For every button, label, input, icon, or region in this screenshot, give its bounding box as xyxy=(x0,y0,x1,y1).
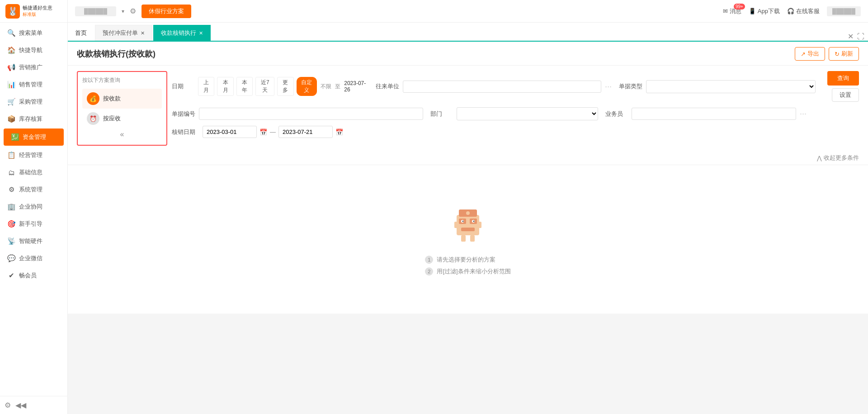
page-header: 收款核销执行(按收款) ↗ 导出 ↻ 刷新 xyxy=(68,42,868,66)
by-receivable-label: 按应收 xyxy=(103,114,121,123)
writeoff-end-cal-icon[interactable]: 📅 xyxy=(335,128,343,136)
dept-label: 部门 xyxy=(430,110,453,118)
tip-num-1: 1 xyxy=(425,256,433,264)
empty-tips: 1 请先选择要分析的方案 2 用[过滤]条件来缩小分析范围 xyxy=(425,254,510,277)
top-header: ██████ ▾ ⚙ 休假行业方案 ✉ 消息 99+ 📱 App下载 🎧 在线客… xyxy=(68,0,868,23)
collapse-more-icon: ⋀ xyxy=(817,155,822,162)
dept-select[interactable] xyxy=(457,107,598,120)
header-gear-icon[interactable]: ⚙ xyxy=(130,7,136,15)
sidebar: 🐰 畅捷通好生意 标准版 🔍搜索菜单🏠快捷导航📢营销推广📊销售管理🛒采购管理📦库… xyxy=(0,0,68,414)
tab-receipt-writeoff-close-icon[interactable]: ✕ xyxy=(199,30,203,36)
filter-form: 日期 上月 本月 本年 近7天 更多 自定义 不限 至 2023-07-26 xyxy=(172,71,859,146)
main-area: ██████ ▾ ⚙ 休假行业方案 ✉ 消息 99+ 📱 App下载 🎧 在线客… xyxy=(68,0,868,414)
empty-tip-2: 用[过滤]条件来缩小分析范围 xyxy=(437,266,510,277)
date-no-limit: 不限 xyxy=(321,83,331,90)
svg-point-9 xyxy=(466,211,470,215)
sidebar-item-basic-info[interactable]: 🗂基础信息 xyxy=(0,164,67,181)
partner-more-icon[interactable]: ··· xyxy=(605,82,612,91)
sidebar-item-finance[interactable]: 💹资金管理 xyxy=(4,128,64,146)
tab-expand-icon[interactable]: ⛶ xyxy=(857,33,864,41)
collapse-icon[interactable]: ◀◀ xyxy=(15,401,26,409)
sidebar-item-marketing[interactable]: 📢营销推广 xyxy=(0,59,67,76)
app-download-link[interactable]: 📱 App下载 xyxy=(749,7,780,15)
tab-home[interactable]: 首页 xyxy=(68,25,94,41)
tab-prepay-close-icon[interactable]: ✕ xyxy=(141,30,145,36)
date-this-year[interactable]: 本年 xyxy=(236,77,253,96)
smart-hw-label: 智能硬件 xyxy=(19,237,42,245)
search-menu-icon: 🔍 xyxy=(7,29,15,37)
company-chevron-icon[interactable]: ▾ xyxy=(122,8,124,14)
svg-rect-5 xyxy=(478,222,481,228)
staff-input[interactable] xyxy=(632,108,796,120)
sidebar-item-enterprise[interactable]: 🏢企业协同 xyxy=(0,198,67,215)
sidebar-item-quick-nav[interactable]: 🏠快捷导航 xyxy=(0,42,67,59)
svg-rect-0 xyxy=(457,215,479,235)
sidebar-bottom: ⚙ ◀◀ xyxy=(0,396,67,414)
filter-option-by-receivable[interactable]: ⏰ 按应收 xyxy=(82,109,162,128)
filter-sidebar-collapse-icon[interactable]: « xyxy=(82,128,162,140)
sidebar-item-business[interactable]: 📋经营管理 xyxy=(0,147,67,164)
inventory-icon: 📦 xyxy=(7,115,15,123)
sales-label: 销售管理 xyxy=(19,81,42,89)
query-button[interactable]: 查询 xyxy=(827,71,859,86)
writeoff-start-cal-icon[interactable]: 📅 xyxy=(259,128,267,136)
writeoff-date-separator: — xyxy=(270,128,276,135)
filter-row-3: 核销日期 📅 — 📅 xyxy=(172,126,859,138)
voucher-no-label: 单据编号 xyxy=(172,110,195,118)
filter-option-by-receipt[interactable]: 💰 按收款 xyxy=(82,89,162,109)
date-shortcuts: 上月 本月 本年 近7天 更多 自定义 xyxy=(198,77,317,96)
settings-icon[interactable]: ⚙ xyxy=(5,401,11,409)
writeoff-date-end-input[interactable] xyxy=(278,126,333,138)
refresh-button[interactable]: ↻ 刷新 xyxy=(829,47,859,61)
tab-actions: ✕ ⛶ xyxy=(844,32,868,41)
collapse-more-button[interactable]: ⋀ 收起更多条件 xyxy=(68,151,868,165)
enterprise-icon: 🏢 xyxy=(7,203,15,211)
tip-num-2: 2 xyxy=(425,267,433,276)
guide-icon: 🎯 xyxy=(7,220,15,228)
sidebar-item-search-menu[interactable]: 🔍搜索菜单 xyxy=(0,24,67,42)
sidebar-item-smart-hw[interactable]: 📡智能硬件 xyxy=(0,233,67,250)
company-name: ██████ xyxy=(75,6,116,16)
date-custom[interactable]: 自定义 xyxy=(297,77,317,96)
empty-tip-row-1: 1 请先选择要分析的方案 xyxy=(425,254,510,266)
service-icon: 🎧 xyxy=(787,8,794,14)
sidebar-item-sales[interactable]: 📊销售管理 xyxy=(0,76,67,93)
date-this-month[interactable]: 本月 xyxy=(217,77,233,96)
sidebar-item-member[interactable]: ✔畅会员 xyxy=(0,267,67,284)
voucher-type-select[interactable] xyxy=(646,80,816,93)
wechat-icon: 💬 xyxy=(7,254,15,262)
voucher-no-input[interactable] xyxy=(199,108,423,120)
date-7-days[interactable]: 近7天 xyxy=(255,77,274,96)
sidebar-item-system[interactable]: ⚙系统管理 xyxy=(0,181,67,198)
empty-tip-row-2: 2 用[过滤]条件来缩小分析范围 xyxy=(425,266,510,277)
writeoff-date-start-input[interactable] xyxy=(203,126,257,138)
service-label: 在线客服 xyxy=(796,7,820,15)
finance-label: 资金管理 xyxy=(23,133,46,141)
messages-badge: 99+ xyxy=(734,4,745,10)
date-to-label: 至 xyxy=(335,83,340,90)
by-receivable-icon: ⏰ xyxy=(87,112,99,125)
page-title: 收款核销执行(按收款) xyxy=(77,48,156,59)
by-receipt-label: 按收款 xyxy=(103,95,121,103)
date-last-month[interactable]: 上月 xyxy=(198,77,214,96)
settings-button[interactable]: 设置 xyxy=(832,88,859,102)
tab-receipt-writeoff[interactable]: 收款核销执行 ✕ xyxy=(153,25,211,41)
partner-input[interactable] xyxy=(403,81,601,93)
sidebar-item-inventory[interactable]: 📦库存核算 xyxy=(0,110,67,128)
sidebar-item-wechat[interactable]: 💬企业微信 xyxy=(0,250,67,267)
svg-rect-7 xyxy=(470,235,475,242)
tab-close-all-icon[interactable]: ✕ xyxy=(848,32,854,41)
export-button[interactable]: ↗ 导出 xyxy=(795,47,825,61)
tab-receipt-writeoff-label: 收款核销执行 xyxy=(161,29,196,37)
online-service-link[interactable]: 🎧 在线客服 xyxy=(787,7,820,15)
filter-partner-field: 往来单位 ··· xyxy=(376,81,612,93)
sidebar-item-guide[interactable]: 🎯新手引导 xyxy=(0,215,67,233)
tab-prepay[interactable]: 预付冲应付单 ✕ xyxy=(95,25,152,41)
solution-button[interactable]: 休假行业方案 xyxy=(142,5,191,18)
member-label: 畅会员 xyxy=(19,271,37,280)
messages-button[interactable]: ✉ 消息 99+ xyxy=(723,7,741,15)
staff-more-icon[interactable]: ··· xyxy=(800,109,807,119)
smart-hw-icon: 📡 xyxy=(7,237,15,245)
date-more[interactable]: 更多 xyxy=(277,77,293,96)
sidebar-item-purchase[interactable]: 🛒采购管理 xyxy=(0,93,67,110)
